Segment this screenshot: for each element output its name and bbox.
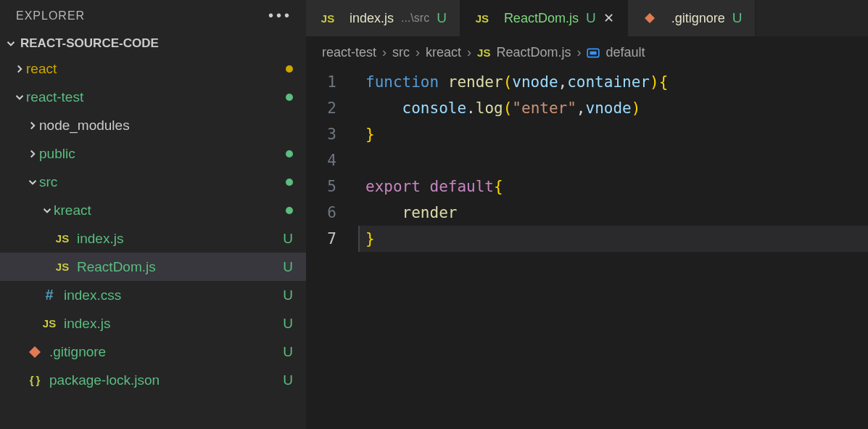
crumb-segment[interactable]: kreact <box>426 45 461 60</box>
line-number: 2 <box>306 95 336 121</box>
tree-folder-public[interactable]: public <box>0 139 306 168</box>
js-file-icon: JS <box>54 261 71 273</box>
chevron-right-icon: › <box>382 45 387 60</box>
file-tree: react react-test node_modules <box>0 54 306 394</box>
tree-folder-react[interactable]: react <box>0 54 306 83</box>
crumb-segment[interactable]: src <box>392 45 410 60</box>
symbol-icon <box>587 46 600 60</box>
tree-label: index.js <box>77 231 283 247</box>
chevron-right-icon <box>13 62 26 75</box>
tree-label: .gitignore <box>49 344 283 360</box>
line-number-gutter: 1 2 3 4 5 6 7 <box>306 69 358 252</box>
tree-file-kreact-reactdom-js[interactable]: JS ReactDom.js U <box>0 253 306 281</box>
tab-name: index.js <box>350 11 394 26</box>
status-dot-untracked-icon <box>286 179 293 186</box>
tab-name: .gitignore <box>671 11 725 26</box>
status-dot-untracked-icon <box>286 94 293 101</box>
chevron-down-icon <box>4 37 17 50</box>
line-number: 1 <box>306 69 336 95</box>
line-number: 6 <box>306 200 336 226</box>
js-file-icon: JS <box>319 12 336 25</box>
tree-folder-src[interactable]: src <box>0 168 306 196</box>
code-line[interactable]: function render(vnode,container){ <box>358 69 868 95</box>
crumb-segment[interactable]: ReactDom.js <box>496 45 571 60</box>
chevron-down-icon <box>41 204 54 217</box>
explorer-title: EXPLORER <box>16 9 85 23</box>
git-file-icon <box>641 13 658 23</box>
line-number: 7 <box>306 226 336 252</box>
tab-path: ...\src <box>401 12 429 25</box>
status-dot-modified-icon <box>286 65 293 73</box>
status-badge: U <box>283 259 293 275</box>
tree-label: kreact <box>54 203 286 218</box>
code-content[interactable]: function render(vnode,container){ consol… <box>358 69 868 252</box>
editor-tabs: JS index.js ...\src U JS ReactDom.js U ✕… <box>306 0 868 36</box>
tree-file-index-css[interactable]: # index.css U <box>0 281 306 309</box>
code-line[interactable]: } <box>358 121 868 147</box>
status-badge: U <box>586 10 596 26</box>
more-actions-icon[interactable]: ••• <box>268 7 294 24</box>
workspace-header[interactable]: REACT-SOURCE-CODE <box>0 33 306 54</box>
tab-name: ReactDom.js <box>504 11 579 26</box>
line-number: 5 <box>306 173 336 200</box>
line-number: 4 <box>306 147 336 173</box>
js-file-icon: JS <box>54 232 71 245</box>
editor-area: JS index.js ...\src U JS ReactDom.js U ✕… <box>306 0 868 429</box>
status-badge: U <box>283 231 293 247</box>
tree-folder-kreact[interactable]: kreact <box>0 196 306 224</box>
code-line[interactable]: } <box>358 226 868 252</box>
code-line[interactable]: export default{ <box>358 173 868 200</box>
js-file-icon: JS <box>474 12 491 25</box>
code-line[interactable]: render <box>358 200 868 226</box>
chevron-down-icon <box>13 91 26 104</box>
chevron-right-icon: › <box>576 45 581 60</box>
tree-label: public <box>39 146 286 162</box>
js-file-icon: JS <box>41 317 58 330</box>
tree-folder-react-test[interactable]: react-test <box>0 83 306 111</box>
chevron-right-icon <box>26 147 39 160</box>
status-dot-untracked-icon <box>286 150 293 158</box>
tree-label: react <box>26 61 286 77</box>
tree-file-kreact-index-js[interactable]: JS index.js U <box>0 224 306 253</box>
code-line[interactable]: console.log("enter",vnode) <box>358 95 868 121</box>
tree-label: index.js <box>64 316 283 332</box>
breadcrumb[interactable]: react-test › src › kreact › JS ReactDom.… <box>306 36 868 69</box>
crumb-segment[interactable]: default <box>605 45 645 60</box>
tree-label: src <box>39 174 286 190</box>
css-file-icon: # <box>41 287 58 303</box>
status-badge: U <box>283 372 293 388</box>
chevron-right-icon <box>26 119 39 132</box>
tree-label: node_modules <box>39 118 293 134</box>
status-badge: U <box>283 344 293 360</box>
json-file-icon: { } <box>26 374 44 386</box>
chevron-right-icon: › <box>416 45 420 60</box>
workspace-name: REACT-SOURCE-CODE <box>20 36 159 51</box>
tree-label: index.css <box>64 287 283 303</box>
status-badge: U <box>283 316 293 332</box>
tree-file-package-lock-json[interactable]: { } package-lock.json U <box>0 366 306 394</box>
explorer-sidebar: EXPLORER ••• REACT-SOURCE-CODE react <box>0 0 306 429</box>
tab-reactdom-js[interactable]: JS ReactDom.js U ✕ <box>460 0 628 36</box>
line-number: 3 <box>306 121 336 147</box>
status-badge: U <box>437 10 447 26</box>
chevron-right-icon: › <box>467 45 471 60</box>
tree-file-index-js[interactable]: JS index.js U <box>0 309 306 338</box>
svg-rect-1 <box>590 51 597 54</box>
crumb-segment[interactable]: react-test <box>322 45 376 60</box>
tree-label: ReactDom.js <box>77 259 283 275</box>
tree-label: react-test <box>26 89 286 105</box>
code-editor[interactable]: 1 2 3 4 5 6 7 function render(vnode,cont… <box>306 69 868 252</box>
tree-file-gitignore[interactable]: .gitignore U <box>0 338 306 366</box>
status-dot-untracked-icon <box>286 207 293 214</box>
js-file-icon: JS <box>477 46 490 59</box>
tab-index-js[interactable]: JS index.js ...\src U <box>306 0 460 36</box>
close-icon[interactable]: ✕ <box>603 10 614 26</box>
git-file-icon <box>26 346 44 358</box>
chevron-down-icon <box>26 176 39 189</box>
status-badge: U <box>283 287 293 303</box>
code-line[interactable] <box>358 147 868 173</box>
tree-label: package-lock.json <box>49 372 283 388</box>
tree-folder-node-modules[interactable]: node_modules <box>0 111 306 139</box>
tab-gitignore[interactable]: .gitignore U <box>628 0 756 36</box>
status-badge: U <box>732 10 743 26</box>
